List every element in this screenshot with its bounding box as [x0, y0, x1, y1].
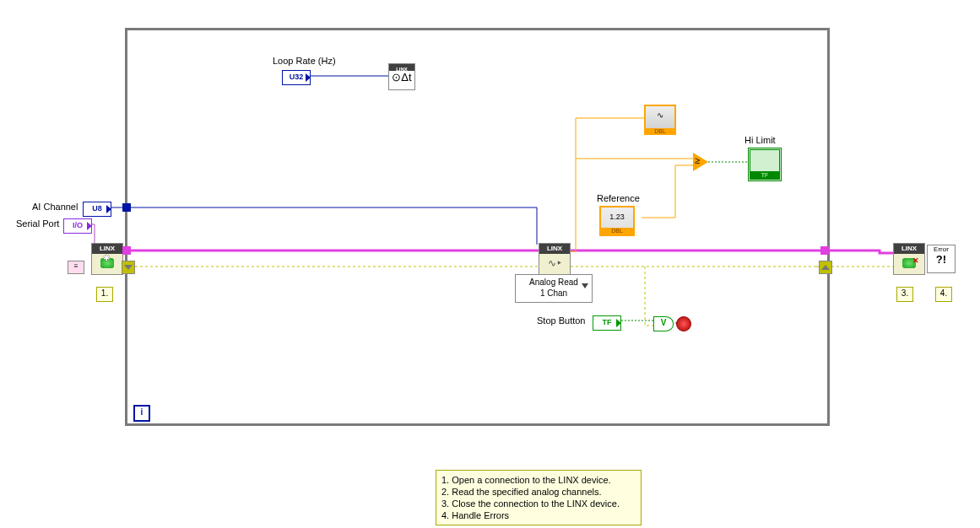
ai-channel-type: U8: [92, 204, 102, 213]
linx-header: LINX: [389, 64, 414, 71]
ai-channel-label: AI Channel: [32, 202, 78, 212]
hi-limit-indicator[interactable]: TF: [748, 148, 782, 181]
linx-open-node[interactable]: LINX: [91, 243, 123, 275]
loop-stop-terminal[interactable]: [676, 316, 691, 331]
loop-iteration-terminal: i: [133, 405, 150, 422]
linx-resource-tunnel-in: [122, 246, 131, 255]
linx-resource-tunnel-out: [820, 246, 829, 255]
reference-num: 1.23: [609, 213, 625, 221]
chart-glyph: ∿: [646, 106, 674, 125]
error-text: Error: [928, 245, 955, 253]
visa-resource-icon: ≡: [68, 261, 84, 274]
step-4-marker: 4.: [935, 287, 952, 302]
error-q: ?!: [928, 253, 955, 266]
linx-close-node[interactable]: LINX: [893, 243, 925, 275]
simple-error-handler-node[interactable]: Error ?!: [927, 245, 956, 273]
chevron-down-icon: [582, 283, 588, 288]
comment-line-4: 4. Handle Errors: [441, 509, 636, 521]
hi-limit-label: Hi Limit: [744, 135, 776, 145]
chart-dbl-label: DBL: [646, 128, 674, 135]
ai-tunnel-in: [122, 203, 131, 212]
greater-or-equal-primitive[interactable]: [693, 153, 708, 171]
step-1-marker: 1.: [96, 287, 113, 302]
comment-line-1: 1. Open a connection to the LINX device.: [441, 474, 636, 486]
stop-button-control[interactable]: TF: [593, 315, 621, 331]
analog-read-polymorphic-selector[interactable]: Analog Read 1 Chan: [515, 274, 593, 303]
while-loop-structure: [125, 28, 830, 426]
linx-open-icon: [100, 258, 114, 268]
stop-button-label: Stop Button: [537, 315, 586, 326]
analog-read-icon: ∿‣: [548, 257, 562, 269]
serial-port-type: I/O: [73, 221, 83, 229]
poly-sel-line1: Analog Read: [529, 277, 578, 287]
loop-rate-control[interactable]: U32: [282, 70, 311, 85]
serial-port-control[interactable]: I/O: [63, 218, 92, 234]
linx-loop-rate-node[interactable]: LINX ⊙Δt: [388, 63, 415, 90]
loop-rate-label: Loop Rate (Hz): [273, 56, 336, 66]
comment-line-3: 3. Close the connection to the LINX devi…: [441, 498, 636, 509]
waveform-chart-indicator[interactable]: ∿ DBL: [644, 105, 676, 135]
reference-dbl-label: DBL: [601, 228, 633, 234]
or-primitive[interactable]: V: [653, 316, 674, 331]
instructions-comment: 1. Open a connection to the LINX device.…: [436, 470, 642, 525]
error-shift-register-left: [122, 261, 135, 274]
linx-close-icon: [902, 258, 916, 268]
hi-limit-tf-label: TF: [750, 171, 779, 179]
comment-line-2: 2. Read the specified analog channels.: [441, 486, 636, 498]
loop-rate-glyph: ⊙Δt: [389, 71, 414, 84]
ai-channel-control[interactable]: U8: [83, 202, 111, 217]
loop-rate-control-type: U32: [290, 73, 304, 81]
error-shift-register-right: [819, 261, 832, 274]
stop-tf: TF: [603, 318, 612, 326]
serial-port-label: Serial Port: [16, 218, 59, 229]
reference-indicator[interactable]: 1.23 DBL: [599, 206, 635, 236]
poly-sel-line2: 1 Chan: [540, 288, 567, 298]
step-3-marker: 3.: [896, 287, 913, 302]
reference-label: Reference: [597, 193, 640, 203]
linx-analog-read-node[interactable]: LINX ∿‣: [539, 243, 571, 275]
